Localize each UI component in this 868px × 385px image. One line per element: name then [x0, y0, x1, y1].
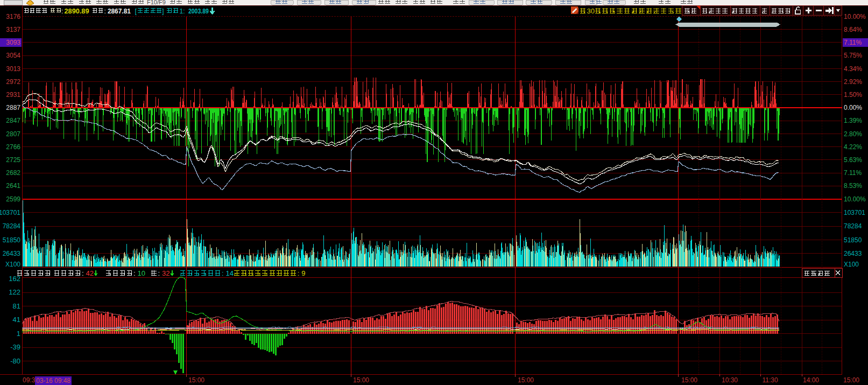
svg-text:0.00%: 0.00%	[844, 104, 862, 111]
svg-text:10:30: 10:30	[722, 376, 738, 384]
svg-text:15:00: 15:00	[843, 376, 859, 384]
svg-text:-80: -80	[10, 357, 20, 365]
svg-text:]: ]	[162, 7, 164, 15]
svg-text:4.34%: 4.34%	[844, 65, 862, 73]
svg-text:-39: -39	[10, 343, 20, 351]
svg-text:[: [	[135, 7, 137, 15]
svg-text:15:00: 15:00	[353, 376, 369, 384]
svg-text:8.64%: 8.64%	[844, 26, 862, 33]
svg-text:11:30: 11:30	[763, 376, 778, 384]
svg-text:41: 41	[13, 316, 20, 324]
svg-text:3013: 3013	[6, 65, 20, 73]
svg-text:14:00: 14:00	[803, 376, 819, 384]
svg-text:42: 42	[86, 269, 94, 277]
svg-text::: :	[104, 8, 106, 15]
svg-text::: :	[133, 269, 137, 277]
svg-text:2003.89: 2003.89	[188, 7, 209, 15]
svg-text:10.00%: 10.00%	[844, 13, 866, 20]
svg-text:2847: 2847	[6, 117, 20, 124]
svg-text:1.50%: 1.50%	[844, 91, 862, 99]
svg-text:3093: 3093	[6, 39, 20, 46]
svg-text:1: 1	[17, 330, 20, 338]
svg-text:1.39%: 1.39%	[844, 117, 862, 124]
svg-text:103701: 103701	[0, 209, 20, 216]
svg-text:2890.89: 2890.89	[65, 7, 89, 15]
svg-text:2.80%: 2.80%	[844, 130, 862, 138]
svg-text:2972: 2972	[6, 78, 20, 86]
svg-text:03-16 09:48: 03-16 09:48	[36, 377, 70, 384]
svg-text::: :	[61, 8, 63, 15]
svg-text:2.92%: 2.92%	[844, 78, 862, 86]
svg-text:2682: 2682	[6, 169, 20, 177]
svg-text:X100: X100	[5, 261, 20, 268]
svg-text:9: 9	[301, 269, 305, 277]
svg-text:8.53%: 8.53%	[844, 182, 862, 190]
svg-text:10: 10	[138, 269, 145, 277]
svg-text:2807: 2807	[6, 130, 20, 138]
svg-text:7.11%: 7.11%	[844, 169, 862, 177]
svg-text:51850: 51850	[3, 236, 21, 244]
svg-text:4.22%: 4.22%	[844, 143, 862, 151]
svg-text:15:00: 15:00	[188, 376, 204, 384]
svg-text:15:00: 15:00	[681, 376, 697, 384]
svg-text:30: 30	[587, 7, 595, 15]
svg-text:F10/F9: F10/F9	[147, 0, 166, 5]
svg-text::: :	[222, 269, 225, 277]
svg-text:2725: 2725	[6, 156, 20, 164]
svg-text:10.00%: 10.00%	[844, 195, 866, 203]
svg-text:78284: 78284	[3, 222, 21, 230]
svg-text:32: 32	[162, 269, 170, 277]
svg-text:15:00: 15:00	[518, 376, 534, 384]
svg-text:5.63%: 5.63%	[844, 156, 862, 164]
svg-text::: :	[158, 269, 162, 277]
svg-text:7.11%: 7.11%	[844, 39, 862, 46]
svg-text:162: 162	[9, 275, 20, 283]
svg-text:14: 14	[226, 269, 234, 277]
svg-text:5.75%: 5.75%	[844, 52, 862, 59]
svg-text:2867.81: 2867.81	[108, 7, 131, 15]
svg-text:26433: 26433	[3, 250, 21, 257]
svg-text:3176: 3176	[6, 13, 20, 20]
svg-text:122: 122	[9, 288, 20, 296]
svg-text:103701: 103701	[844, 209, 865, 216]
svg-text:2599: 2599	[6, 195, 20, 203]
svg-text:78284: 78284	[844, 222, 862, 230]
svg-text:3054: 3054	[6, 52, 20, 59]
svg-text:1:: 1:	[180, 8, 185, 15]
svg-text::: :	[82, 269, 86, 277]
svg-text:2931: 2931	[6, 91, 20, 99]
svg-text:51850: 51850	[844, 236, 862, 244]
svg-text:X100: X100	[844, 261, 859, 268]
svg-text:26433: 26433	[844, 250, 862, 257]
svg-text:2766: 2766	[6, 143, 20, 151]
svg-text:2887: 2887	[6, 104, 20, 111]
svg-text::: :	[298, 269, 301, 277]
svg-text:2641: 2641	[6, 182, 20, 190]
svg-text:81: 81	[13, 302, 20, 310]
svg-text:3137: 3137	[6, 26, 20, 33]
